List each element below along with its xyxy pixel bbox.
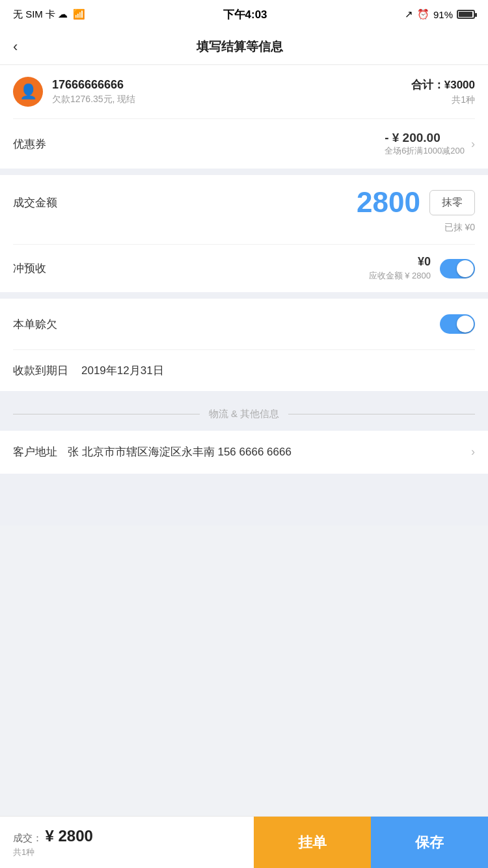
wifi-icon: 📶 <box>73 8 85 20</box>
coupon-discount: - ¥ 200.00 <box>385 131 465 145</box>
total-amount: 合计：¥3000 <box>411 77 475 92</box>
bottom-amount: ¥ 2800 <box>45 827 92 845</box>
prepay-toggle[interactable] <box>440 259 475 278</box>
amount-right: 2800 抹零 <box>357 188 475 217</box>
no-sim-text: 无 SIM 卡 ☁ <box>13 8 68 21</box>
battery-percent: 91% <box>433 9 453 20</box>
alarm-icon: ⏰ <box>417 8 429 20</box>
due-label: 收款到期日 <box>13 363 68 378</box>
section-divider-2 <box>0 292 488 299</box>
deal-amount-value: 2800 <box>357 188 420 217</box>
debit-card: 本单赊欠 收款到期日 2019年12月31日 <box>0 299 488 391</box>
address-chevron-icon: › <box>471 445 475 459</box>
section-divider-1 <box>0 169 488 175</box>
battery-icon <box>457 10 475 19</box>
customer-sub-info: 欠款1276.35元, 现结 <box>52 94 411 105</box>
debit-label: 本单赊欠 <box>13 317 57 332</box>
amount-sub: 已抹 ¥0 <box>13 222 475 244</box>
coupon-row[interactable]: 优惠券 - ¥ 200.00 全场6折满1000减200 › <box>13 119 475 169</box>
bottom-spacer <box>0 474 488 526</box>
debit-toggle[interactable] <box>440 314 475 334</box>
avatar-icon: 👤 <box>20 83 37 100</box>
address-card: 客户地址 张 北京市市辖区海淀区永丰南 156 6666 6666 › <box>0 431 488 474</box>
round-button[interactable]: 抹零 <box>429 190 475 215</box>
bottom-summary: 成交： ¥ 2800 共1种 <box>0 817 254 868</box>
amount-row: 成交金额 2800 抹零 <box>13 175 475 222</box>
prepay-right: ¥0 应收金额 ¥ 2800 <box>369 255 475 282</box>
prepay-amount: ¥0 <box>369 255 431 269</box>
status-right: ↗ ⏰ 91% <box>405 8 475 20</box>
amount-label: 成交金额 <box>13 195 57 210</box>
prepay-label: 冲预收 <box>13 261 46 276</box>
coupon-label: 优惠券 <box>13 137 46 152</box>
customer-total: 合计：¥3000 共1种 <box>411 77 475 106</box>
due-date-row: 收款到期日 2019年12月31日 <box>13 349 475 391</box>
avatar: 👤 <box>13 77 43 107</box>
coupon-right: - ¥ 200.00 全场6折满1000减200 › <box>385 131 475 157</box>
coupon-chevron-icon: › <box>471 137 475 151</box>
status-left: 无 SIM 卡 ☁ 📶 <box>13 8 85 21</box>
customer-row: 👤 17666666666 欠款1276.35元, 现结 合计：¥3000 共1… <box>13 65 475 119</box>
location-icon: ↗ <box>405 8 413 20</box>
bottom-deal-row: 成交： ¥ 2800 <box>13 827 241 845</box>
customer-phone: 17666666666 <box>52 78 411 92</box>
header-line-right <box>288 414 475 414</box>
nav-bar: ‹ 填写结算等信息 <box>0 29 488 65</box>
debit-toggle-knob <box>457 316 474 332</box>
pending-button[interactable]: 挂单 <box>254 817 371 868</box>
section-divider-3 <box>0 391 488 398</box>
due-date-value: 2019年12月31日 <box>81 363 164 378</box>
toggle-knob <box>457 260 474 277</box>
back-button[interactable]: ‹ <box>13 32 24 62</box>
customer-info: 17666666666 欠款1276.35元, 现结 <box>52 78 411 105</box>
header-line-left <box>13 414 200 414</box>
prepay-row: 冲预收 ¥0 应收金额 ¥ 2800 <box>13 244 475 292</box>
prepay-amount-block: ¥0 应收金额 ¥ 2800 <box>369 255 431 282</box>
coupon-desc: 全场6折满1000减200 <box>385 145 465 157</box>
page-title: 填写结算等信息 <box>24 38 455 55</box>
debit-row: 本单赊欠 <box>13 299 475 349</box>
prepay-sub: 应收金额 ¥ 2800 <box>369 270 431 282</box>
save-button[interactable]: 保存 <box>371 817 488 868</box>
address-label: 客户地址 <box>13 444 57 459</box>
logistics-section-header: 物流 & 其他信息 <box>0 398 488 431</box>
deal-card: 成交金额 2800 抹零 已抹 ¥0 冲预收 ¥0 应收金额 ¥ 2800 <box>0 175 488 292</box>
total-count: 共1种 <box>411 94 475 106</box>
status-time: 下午4:03 <box>223 7 267 22</box>
customer-card: 👤 17666666666 欠款1276.35元, 现结 合计：¥3000 共1… <box>0 65 488 169</box>
address-content: 张 北京市市辖区海淀区永丰南 156 6666 6666 <box>68 444 465 461</box>
bottom-deal-label: 成交： <box>13 832 42 843</box>
status-bar: 无 SIM 卡 ☁ 📶 下午4:03 ↗ ⏰ 91% <box>0 0 488 29</box>
bottom-bar: 成交： ¥ 2800 共1种 挂单 保存 <box>0 816 488 868</box>
logistics-label: 物流 & 其他信息 <box>209 408 279 420</box>
address-row[interactable]: 客户地址 张 北京市市辖区海淀区永丰南 156 6666 6666 › <box>13 431 475 474</box>
bottom-count: 共1种 <box>13 847 241 858</box>
